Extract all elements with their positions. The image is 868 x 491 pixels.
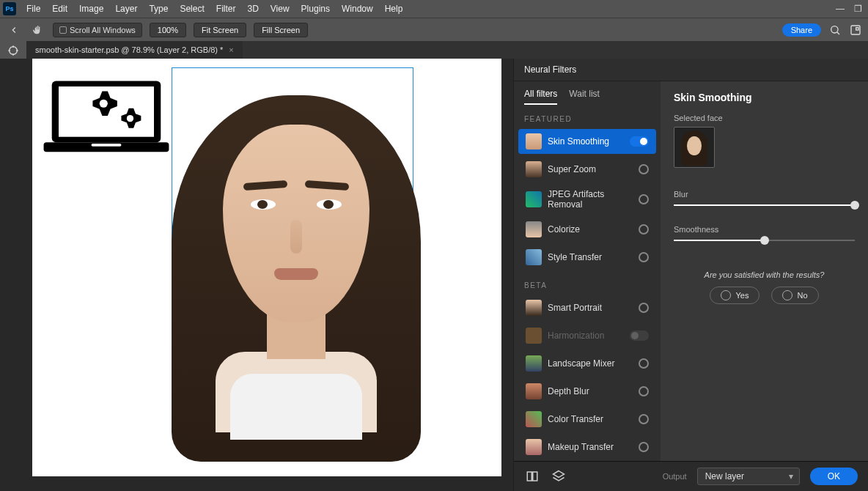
toggle-jpeg-artifacts[interactable] [639, 194, 649, 204]
restore-icon[interactable]: ❐ [850, 1, 865, 16]
menu-plugins[interactable]: Plugins [295, 4, 336, 14]
svg-point-18 [127, 115, 133, 122]
menu-edit[interactable]: Edit [46, 4, 73, 14]
section-featured: FEATURED [514, 105, 661, 128]
panel-title: Neural Filters [514, 59, 868, 81]
canvas-area[interactable] [0, 59, 513, 491]
zoom-level[interactable]: 100% [150, 23, 186, 37]
menu-layer[interactable]: Layer [109, 4, 143, 14]
selected-face-thumbnail[interactable] [674, 127, 715, 168]
tab-wait-list[interactable]: Wait list [569, 89, 600, 105]
filter-label: Landscape Mixer [548, 358, 633, 369]
filter-label: Color Transfer [548, 414, 633, 424]
menu-file[interactable]: File [21, 4, 46, 14]
main-area: Neural Filters All filters Wait list FEA… [0, 59, 868, 491]
filter-makeup-transfer[interactable]: Makeup Transfer [518, 435, 656, 459]
frown-icon [782, 290, 792, 300]
output-label: Output [663, 472, 687, 481]
no-label: No [797, 291, 807, 300]
toggle-makeup-transfer[interactable] [639, 442, 649, 452]
blur-label: Blur [674, 190, 855, 199]
filter-label: Colorize [548, 224, 633, 235]
smoothness-slider[interactable] [674, 240, 855, 241]
yes-label: Yes [735, 291, 749, 300]
svg-point-0 [831, 26, 838, 32]
share-button[interactable]: Share [782, 23, 821, 37]
filter-label: Skin Smoothing [548, 136, 624, 147]
svg-point-4 [10, 47, 18, 55]
menu-3d[interactable]: 3D [241, 4, 264, 14]
document-canvas[interactable] [32, 59, 501, 476]
toggle-skin-smoothing[interactable] [630, 136, 649, 147]
menu-image[interactable]: Image [73, 4, 109, 14]
toggle-style-transfer[interactable] [639, 252, 649, 262]
close-tab-icon[interactable]: × [229, 45, 233, 54]
toggle-depth-blur[interactable] [639, 386, 649, 396]
menu-window[interactable]: Window [336, 4, 379, 14]
portrait-illustration [157, 66, 435, 476]
toggle-colorize[interactable] [639, 224, 649, 235]
output-dropdown[interactable]: New layer [697, 468, 800, 485]
minimize-icon[interactable]: — [833, 1, 847, 16]
filter-landscape-mixer[interactable]: Landscape Mixer [518, 351, 656, 376]
options-bar: Scroll All Windows 100% Fit Screen Fill … [0, 18, 868, 41]
filter-style-transfer[interactable]: Style Transfer [518, 245, 656, 270]
hand-tool-icon[interactable] [29, 22, 45, 38]
workspace-icon[interactable] [849, 23, 862, 37]
svg-rect-20 [533, 472, 537, 481]
ok-button[interactable]: OK [810, 468, 858, 485]
fill-screen-button[interactable]: Fill Screen [254, 23, 308, 37]
filter-depth-blur[interactable]: Depth Blur [518, 379, 656, 404]
toggle-color-transfer[interactable] [639, 414, 649, 424]
preview-toggle-icon[interactable] [524, 468, 540, 484]
panel-bottom-bar: Output New layer OK [514, 461, 868, 491]
filter-jpeg-artifacts[interactable]: JPEG Artifacts Removal [518, 185, 656, 214]
neural-filters-panel: Neural Filters All filters Wait list FEA… [513, 59, 868, 491]
target-icon[interactable] [5, 43, 21, 59]
svg-rect-16 [92, 144, 122, 147]
menu-view[interactable]: View [265, 4, 295, 14]
toggle-smart-portrait[interactable] [639, 303, 649, 313]
menu-help[interactable]: Help [379, 4, 409, 14]
filter-colorize[interactable]: Colorize [518, 217, 656, 242]
search-icon[interactable] [828, 23, 842, 37]
scroll-all-windows-label: Scroll All Windows [70, 26, 136, 34]
layers-icon[interactable] [551, 468, 567, 484]
filter-harmonization[interactable]: Harmonization [518, 323, 656, 348]
document-tab[interactable]: smooth-skin-starter.psb @ 78.9% (Layer 2… [26, 41, 243, 59]
back-icon[interactable] [6, 22, 22, 38]
filter-color-transfer[interactable]: Color Transfer [518, 407, 656, 432]
blur-slider[interactable] [674, 204, 855, 206]
svg-rect-3 [856, 27, 858, 29]
toggle-super-zoom[interactable] [639, 164, 649, 174]
filter-label: Style Transfer [548, 252, 633, 262]
settings-title: Skin Smoothing [674, 92, 855, 103]
tab-all-filters[interactable]: All filters [524, 89, 557, 105]
watermark-logo [37, 67, 176, 163]
feedback-no-button[interactable]: No [771, 287, 818, 304]
document-tab-title: smooth-skin-starter.psb @ 78.9% (Layer 2… [35, 45, 223, 54]
svg-point-17 [100, 100, 108, 108]
filters-list: All filters Wait list FEATURED Skin Smoo… [514, 81, 661, 461]
feedback-yes-button[interactable]: Yes [710, 287, 760, 304]
filter-label: Smart Portrait [548, 303, 633, 313]
filter-smart-portrait[interactable]: Smart Portrait [518, 295, 656, 320]
svg-rect-19 [527, 472, 532, 481]
svg-line-1 [837, 32, 839, 34]
toggle-landscape-mixer[interactable] [639, 358, 649, 369]
filter-settings: Skin Smoothing Selected face Blur Smooth… [661, 81, 868, 461]
filter-skin-smoothing[interactable]: Skin Smoothing [518, 129, 656, 154]
scroll-all-windows-checkbox[interactable]: Scroll All Windows [53, 23, 142, 37]
menu-filter[interactable]: Filter [210, 4, 242, 14]
section-beta: BETA [514, 271, 661, 294]
filter-label: Super Zoom [548, 164, 633, 174]
filter-label: Makeup Transfer [548, 442, 633, 452]
toggle-harmonization[interactable] [630, 331, 649, 341]
smoothness-label: Smoothness [674, 225, 855, 234]
filter-super-zoom[interactable]: Super Zoom [518, 157, 656, 182]
menu-select[interactable]: Select [174, 4, 210, 14]
menu-type[interactable]: Type [143, 4, 174, 14]
fit-screen-button[interactable]: Fit Screen [194, 23, 246, 37]
feedback-question: Are you satisfied with the results? [674, 270, 855, 279]
menu-bar: Ps File Edit Image Layer Type Select Fil… [0, 0, 868, 18]
